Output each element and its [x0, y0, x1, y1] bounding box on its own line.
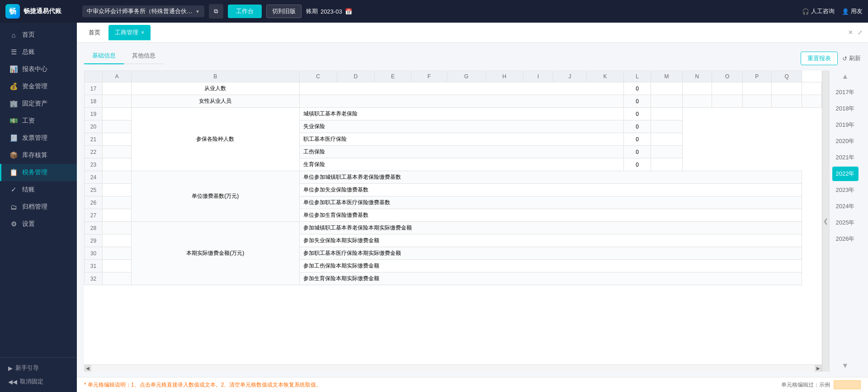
spreadsheet-table-container[interactable]: ABCDEFGHIJKLMNOPQ 17从业人数018女性从业人员019参保各险… — [84, 71, 822, 364]
cell-c-26[interactable]: 单位参加职工基本医疗保险缴费基数 — [299, 196, 802, 209]
sidebar-item-capital[interactable]: 💰资金管理 — [0, 78, 77, 95]
cell-empty[interactable] — [802, 82, 822, 95]
scroll-right-button[interactable]: ▶ — [815, 365, 822, 372]
year-scroll-up-button[interactable]: ▲ — [832, 71, 859, 82]
cell-c-28[interactable]: 参加城镇职工基本养老保险本期实际缴费金额 — [299, 222, 802, 234]
cell-a-20[interactable] — [103, 120, 132, 133]
calendar-icon[interactable]: 📅 — [345, 8, 352, 15]
cell-a-17[interactable] — [103, 82, 132, 95]
sub-tab-basic[interactable]: 基础信息 — [84, 48, 124, 64]
year-item-2022年[interactable]: 2022年 — [832, 167, 859, 181]
cell-c-30[interactable]: 参加职工基本医疗保险本期实际缴费金额 — [299, 247, 802, 260]
year-item-2026年[interactable]: 2026年 — [832, 232, 859, 246]
cell-a-28[interactable] — [103, 222, 132, 234]
sidebar-item-home[interactable]: ⌂首页 — [0, 26, 77, 43]
cell-p-19[interactable]: 0 — [623, 108, 651, 120]
sub-tab-other[interactable]: 其他信息 — [124, 48, 164, 64]
cell-b-24[interactable]: 单位缴费基数(万元) — [132, 171, 299, 222]
cell-c-24[interactable]: 单位参加城镇职工基本养老保险缴费基数 — [299, 171, 802, 184]
year-item-2017年[interactable]: 2017年 — [832, 85, 859, 100]
cell-b-19[interactable]: 参保各险种人数 — [132, 108, 299, 171]
maximize-icon[interactable]: ⤢ — [858, 29, 863, 36]
year-item-2020年[interactable]: 2020年 — [832, 134, 859, 148]
sidebar-item-ledger[interactable]: ☰总账 — [0, 43, 77, 61]
cell-c-20[interactable]: 失业保险 — [299, 120, 623, 133]
cell-a-32[interactable] — [103, 272, 132, 285]
sidebar-item-salary[interactable]: 💵工资 — [0, 112, 77, 129]
cell-a-31[interactable] — [103, 260, 132, 272]
cell-q[interactable] — [651, 108, 682, 120]
cell-q[interactable] — [651, 158, 682, 171]
cell-c-25[interactable]: 单位参加失业保险缴费基数 — [299, 184, 802, 196]
sidebar-item-tax[interactable]: 📋税务管理 — [0, 164, 77, 181]
workbench-button[interactable]: 工作台 — [228, 5, 262, 18]
cell-p-21[interactable]: 0 — [623, 133, 651, 146]
cell-a-26[interactable] — [103, 196, 132, 209]
cell-empty[interactable] — [802, 95, 822, 108]
year-scroll-down-button[interactable]: ▼ — [832, 360, 859, 372]
cell-c-32[interactable]: 参加生育保险本期实际缴费金额 — [299, 272, 802, 285]
sidebar-item-archive[interactable]: 🗂归档管理 — [0, 198, 77, 215]
cell-a-19[interactable] — [103, 108, 132, 120]
cell-a-18[interactable] — [103, 95, 132, 108]
refresh-button[interactable]: ↺ 刷新 — [842, 54, 861, 62]
cell-a-24[interactable] — [103, 171, 132, 184]
cell-p-20[interactable]: 0 — [623, 120, 651, 133]
tab-commerce[interactable]: 工商管理× — [108, 25, 151, 40]
horizontal-scrollbar[interactable]: ◀ ▶ — [84, 364, 822, 372]
cell-b-28[interactable]: 本期实际缴费金额(万元) — [132, 222, 299, 285]
copy-button[interactable]: ⧉ — [209, 4, 223, 19]
close-window-icon[interactable]: ✕ — [848, 29, 853, 36]
scroll-left-button[interactable]: ◀ — [84, 365, 91, 372]
cell-p-22[interactable]: 0 — [623, 146, 651, 158]
tab-home[interactable]: 首页 — [82, 25, 107, 40]
sidebar-item-settings[interactable]: ⚙设置 — [0, 215, 77, 233]
unpin-button[interactable]: ◀◀ 取消固定 — [5, 376, 71, 387]
reset-report-button[interactable]: 重置报表 — [801, 52, 838, 65]
company-selector[interactable]: 中审众环会计师事务所（特殊普通合伙… ▼ — [82, 5, 204, 17]
cell-q[interactable] — [651, 120, 682, 133]
cell-p-23[interactable]: 0 — [623, 158, 651, 171]
new-guide-button[interactable]: ▶ 新手引导 — [5, 362, 71, 374]
year-item-2025年[interactable]: 2025年 — [832, 215, 859, 230]
cell-k-18[interactable]: 0 — [623, 95, 651, 108]
year-item-2021年[interactable]: 2021年 — [832, 150, 859, 165]
cell-a-27[interactable] — [103, 209, 132, 222]
user-button[interactable]: 👤 用友 — [842, 7, 863, 15]
year-item-2019年[interactable]: 2019年 — [832, 118, 859, 132]
sidebar-item-reports[interactable]: 📊报表中心 — [0, 61, 77, 78]
cell-k-17[interactable]: 0 — [623, 82, 651, 95]
cell-c-17[interactable] — [299, 82, 623, 95]
cell-empty[interactable] — [682, 82, 712, 95]
cell-empty[interactable] — [742, 82, 771, 95]
service-button[interactable]: 🎧 人工咨询 — [802, 7, 835, 15]
right-panel-collapse[interactable]: ❮ — [822, 71, 829, 372]
cell-empty[interactable] — [712, 82, 742, 95]
cell-c-19[interactable]: 城镇职工基本养老保险 — [299, 108, 623, 120]
year-item-2018年[interactable]: 2018年 — [832, 101, 859, 116]
cell-empty[interactable] — [712, 95, 742, 108]
old-version-button[interactable]: 切到旧版 — [266, 5, 302, 18]
cell-empty[interactable] — [682, 95, 712, 108]
cell-a-22[interactable] — [103, 146, 132, 158]
cell-q[interactable] — [651, 146, 682, 158]
cell-c-18[interactable] — [299, 95, 623, 108]
cell-a-29[interactable] — [103, 234, 132, 247]
cell-c-23[interactable]: 生育保险 — [299, 158, 623, 171]
cell-c-22[interactable]: 工伤保险 — [299, 146, 623, 158]
cell-a-25[interactable] — [103, 184, 132, 196]
cell-empty[interactable] — [771, 95, 802, 108]
year-item-2023年[interactable]: 2023年 — [832, 183, 859, 197]
cell-c-27[interactable]: 单位参加生育保险缴费基数 — [299, 209, 802, 222]
cell-b-18[interactable]: 女性从业人员 — [132, 95, 299, 108]
cell-a-23[interactable] — [103, 158, 132, 171]
cell-c-29[interactable]: 参加失业保险本期实际缴费金额 — [299, 234, 802, 247]
cell-a-30[interactable] — [103, 247, 132, 260]
tab-close-icon[interactable]: × — [141, 29, 144, 36]
cell-empty[interactable] — [651, 82, 682, 95]
cell-c-21[interactable]: 职工基本医疗保险 — [299, 133, 623, 146]
cell-empty[interactable] — [651, 95, 682, 108]
sidebar-item-close[interactable]: ✓结账 — [0, 181, 77, 198]
year-item-2024年[interactable]: 2024年 — [832, 199, 859, 214]
cell-empty[interactable] — [771, 82, 802, 95]
